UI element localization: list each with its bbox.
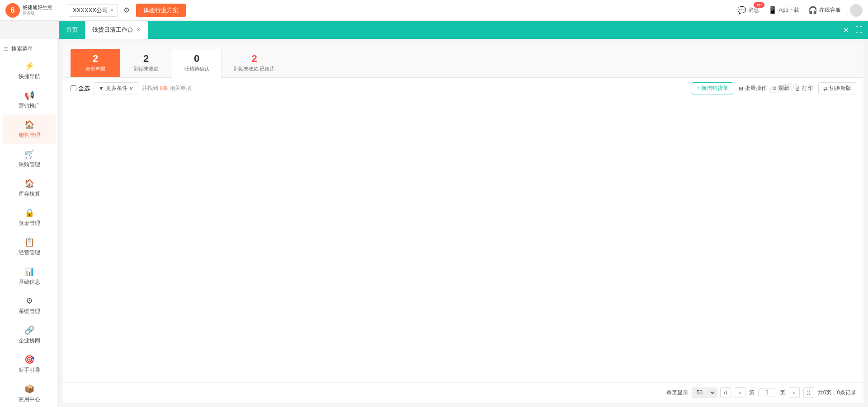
online-service-action[interactable]: 🎧 在线客服 [808, 6, 841, 14]
last-page-button[interactable]: ⟩⟩ [803, 387, 814, 398]
app-logo: 6 [5, 3, 20, 18]
sidebar-item-search-menu[interactable]: ☰ 搜索菜单 [0, 42, 58, 56]
sidebar-item-operation[interactable]: 📋 经营管理 [3, 233, 56, 261]
settings-button[interactable]: ⚙ [122, 4, 132, 16]
download-icon: 📱 [768, 6, 777, 14]
tab-bar-right: ✕ ⛶ [841, 24, 868, 36]
refresh-button[interactable]: ↺ 刷新 [772, 84, 789, 92]
system-label: 系统管理 [19, 308, 40, 315]
per-page-select[interactable]: 50 10 20 100 [692, 388, 717, 398]
inventory-icon: 🏠 [24, 178, 34, 188]
app-center-icon: 📦 [24, 384, 34, 394]
stat-tab-overdue-unstocked[interactable]: 2 到期未收款 已出库 [222, 49, 286, 77]
new-sales-order-button[interactable]: + 新增销货单 [692, 82, 733, 94]
search-menu-icon: ☰ [4, 46, 9, 52]
tab-minimize-icon[interactable]: ✕ [841, 24, 851, 36]
sidebar-item-app-center[interactable]: 📦 应用中心 [3, 379, 56, 407]
purchase-label: 采购管理 [19, 161, 40, 168]
sidebar-item-marketing[interactable]: 📢 营销推广 [3, 86, 56, 114]
company-dropdown-icon: ▾ [111, 8, 113, 13]
search-menu-label: 搜索菜单 [11, 45, 33, 53]
message-badge: 99+ [754, 2, 764, 8]
finance-icon: 🔒 [24, 208, 34, 218]
select-all-input[interactable] [71, 85, 76, 91]
switch-label: 切换新版 [830, 84, 851, 92]
stat-tab-pending[interactable]: 0 旺铺待确认 [172, 49, 222, 78]
toolbar: 全选 ▼ 更多条件 ∨ 共找到 0条 相关单据 + 新增销货单 [63, 78, 863, 99]
batch-icon: ⊞ [739, 85, 743, 92]
sidebar-item-quick-nav[interactable]: ⚡ 快捷导航 [3, 56, 56, 85]
next-page-button[interactable]: ＞ [789, 387, 800, 398]
quick-nav-icon: ⚡ [24, 61, 34, 71]
batch-operation-button[interactable]: ⊞ 批量操作 [739, 84, 767, 92]
service-icon: 🎧 [808, 6, 817, 14]
stat-overdue-label: 到期未收款 [134, 65, 159, 72]
sidebar-item-inventory[interactable]: 🏠 库存核算 [3, 174, 56, 202]
header-right: 💬 消息 99+ 📱 App下载 🎧 在线客服 [737, 4, 863, 17]
app-name-area: 畅捷通好生意 标准版 [23, 4, 52, 16]
sidebar-item-system[interactable]: ⚙ 系统管理 [3, 291, 56, 320]
tab-close-icon[interactable]: ✕ [136, 27, 141, 33]
table-area [63, 99, 863, 382]
company-selector[interactable]: XXXXXX公司 ▾ [68, 4, 118, 17]
print-label: 打印 [802, 84, 813, 92]
quick-nav-label: 快捷导航 [19, 73, 40, 80]
tab-work-label: 钱货日清工作台 [92, 26, 133, 34]
tab-work[interactable]: 钱货日清工作台 ✕ [85, 21, 148, 39]
current-page-input[interactable] [758, 388, 776, 397]
company-name: XXXXXX公司 [73, 6, 108, 14]
tab-home[interactable]: 首页 [59, 21, 85, 39]
sidebar-item-basic-info[interactable]: 📊 基础信息 [3, 262, 56, 290]
batch-label: 批量操作 [745, 84, 767, 92]
tab-home-label: 首页 [66, 26, 78, 34]
basic-info-icon: 📊 [24, 267, 34, 276]
content-area: 2 全部单据 2 到期未收款 0 旺铺待确认 2 到期未收款 已出库 [59, 39, 868, 407]
refresh-label: 刷新 [778, 84, 789, 92]
sales-icon: 🏠 [24, 120, 34, 130]
stat-tab-overdue-unpaid[interactable]: 2 到期未收款 [121, 49, 171, 77]
match-count: 0条 [160, 85, 168, 91]
system-icon: ⚙ [26, 296, 33, 306]
guide-label: 新手引导 [19, 366, 40, 374]
print-button[interactable]: 🖨 打印 [795, 84, 813, 92]
sidebar-item-finance[interactable]: 🔒 资金管理 [3, 203, 56, 232]
switch-new-version-button[interactable]: ⇄ 切换新版 [818, 82, 856, 94]
app-center-label: 应用中心 [19, 396, 40, 403]
enterprise-label: 企业协同 [19, 337, 40, 345]
sidebar-item-guide[interactable]: 🎯 新手引导 [3, 350, 56, 379]
stat-unstocked-label: 到期未收款 已出库 [234, 65, 275, 72]
sidebar: ☰ 搜索菜单 ⚡ 快捷导航 📢 营销推广 🏠 销售管理 🛒 采购管理 🏠 库存核… [0, 39, 59, 407]
sidebar-item-sales[interactable]: 🏠 销售管理 [3, 115, 56, 144]
avatar-area[interactable] [850, 4, 863, 17]
stat-pending-label: 旺铺待确认 [184, 65, 209, 72]
toolbar-right: + 新增销货单 ⊞ 批量操作 ↺ 刷新 🖨 打印 ⇄ [692, 82, 856, 94]
app-download-action[interactable]: 📱 App下载 [768, 6, 799, 14]
logo-area: 6 畅捷通好生意 标准版 [5, 3, 64, 18]
online-service-label: 在线客服 [819, 6, 841, 14]
inner-page: 2 全部单据 2 到期未收款 0 旺铺待确认 2 到期未收款 已出库 [63, 43, 863, 402]
sidebar-item-purchase[interactable]: 🛒 采购管理 [3, 145, 56, 173]
more-filter-button[interactable]: ▼ 更多条件 ∨ [94, 82, 138, 94]
experience-button[interactable]: 体验行业方案 [136, 4, 186, 17]
top-header: 6 畅捷通好生意 标准版 XXXXXX公司 ▾ ⚙ 体验行业方案 💬 消息 99… [0, 0, 868, 21]
filter-icon: ▼ [99, 85, 104, 92]
refresh-icon: ↺ [772, 85, 777, 92]
select-all-checkbox[interactable]: 全选 [71, 84, 90, 93]
message-action[interactable]: 💬 消息 99+ [737, 6, 759, 14]
marketing-icon: 📢 [24, 90, 34, 100]
tab-maximize-icon[interactable]: ⛶ [854, 24, 864, 36]
main-layout: ☰ 搜索菜单 ⚡ 快捷导航 📢 营销推广 🏠 销售管理 🛒 采购管理 🏠 库存核… [0, 39, 868, 407]
finance-label: 资金管理 [19, 220, 40, 227]
enterprise-icon: 🔗 [24, 325, 34, 335]
tab-bar: 首页 钱货日清工作台 ✕ ✕ ⛶ [59, 21, 868, 39]
pagination-bar: 每页显示 50 10 20 100 ⟨⟨ ＜ 第 页 ＞ ⟩⟩ 共0页，0条记录 [63, 382, 863, 402]
switch-icon: ⇄ [823, 85, 828, 92]
app-download-label: App下载 [779, 6, 799, 14]
stat-all-count: 2 [93, 53, 98, 65]
stat-pending-count: 0 [194, 53, 199, 65]
filter-dropdown-icon: ∨ [129, 85, 133, 92]
first-page-button[interactable]: ⟨⟨ [720, 387, 731, 398]
prev-page-button[interactable]: ＜ [735, 387, 745, 398]
stat-tab-all[interactable]: 2 全部单据 [71, 49, 120, 77]
sidebar-item-enterprise[interactable]: 🔗 企业协同 [3, 321, 56, 349]
